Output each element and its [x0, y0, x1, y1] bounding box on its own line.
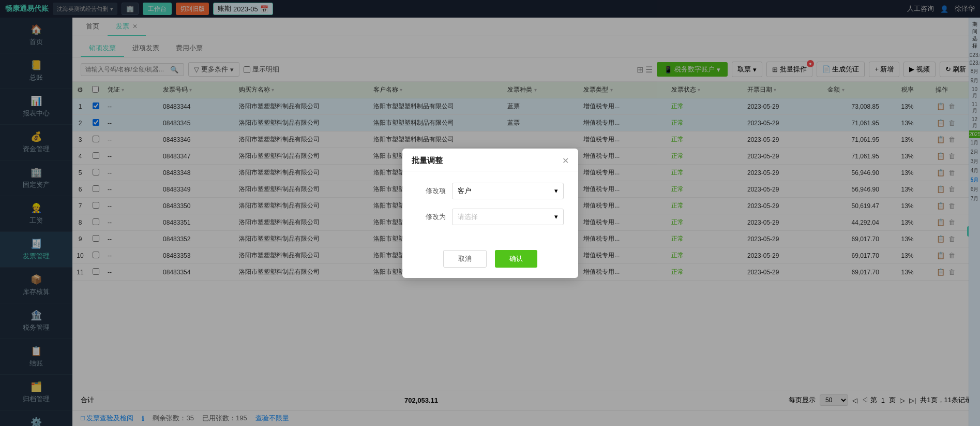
modal-value-label: 修改为 [417, 212, 446, 222]
modal-value-row: 修改为 请选择 ▾ [417, 209, 564, 225]
modal-field-row: 修改项 客户 ▾ [417, 183, 564, 199]
modal-footer: 取消 确认 [402, 246, 578, 278]
modal-confirm-btn[interactable]: 确认 [495, 250, 537, 268]
modal-overlay[interactable]: 批量调整 ✕ 修改项 客户 ▾ 修改为 请选择 ▾ 取消 确认 [0, 0, 980, 426]
modal-header: 批量调整 ✕ [402, 149, 578, 171]
modal-field-label: 修改项 [417, 186, 446, 196]
modal-cancel-btn[interactable]: 取消 [443, 250, 487, 268]
batch-adjust-modal: 批量调整 ✕ 修改项 客户 ▾ 修改为 请选择 ▾ 取消 确认 [402, 149, 578, 278]
modal-value-placeholder: 请选择 [458, 212, 478, 222]
chevron-down-icon-value: ▾ [554, 213, 558, 221]
modal-field-select[interactable]: 客户 ▾ [452, 183, 564, 199]
modal-title: 批量调整 [412, 156, 443, 166]
modal-field-value: 客户 [458, 186, 471, 196]
modal-close-btn[interactable]: ✕ [562, 156, 569, 166]
modal-body: 修改项 客户 ▾ 修改为 请选择 ▾ [402, 171, 578, 246]
modal-value-select[interactable]: 请选择 ▾ [452, 209, 564, 225]
chevron-down-icon-field: ▾ [554, 187, 558, 195]
